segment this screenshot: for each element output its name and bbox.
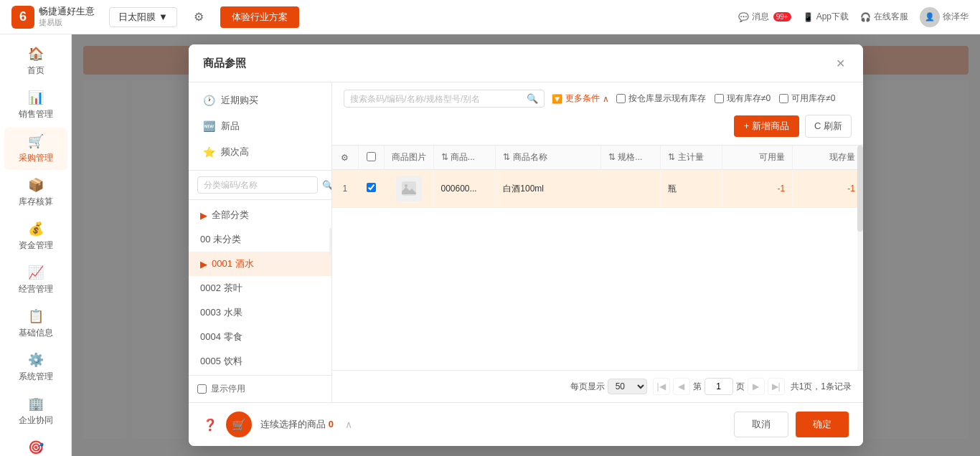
category-panel: 🕐 近期购买 🆕 新品 ⭐ 频次高 <box>189 82 332 402</box>
user-profile-btn[interactable]: 👤 徐泽华 <box>920 7 969 27</box>
filter-more-btn[interactable]: 🔽 更多条件 ∧ <box>552 92 609 105</box>
sidebar-item-finance[interactable]: 💰 资金管理 <box>4 215 67 257</box>
th-available[interactable]: 可用量 <box>722 146 793 170</box>
td-unit: 瓶 <box>661 170 722 208</box>
app-download-btn[interactable]: 📱 App下载 <box>803 11 849 23</box>
count-badge: 0 <box>329 419 334 429</box>
modal-overlay: 商品参照 ✕ 🕐 近期购买 🆕 <box>72 34 980 456</box>
prev-page-btn[interactable]: ◀ <box>673 378 690 395</box>
page-number-input[interactable] <box>705 378 733 395</box>
th-image: 商品图片 <box>384 146 433 170</box>
quick-nav-recent[interactable]: 🕐 近期购买 <box>197 90 323 111</box>
sidebar-item-home[interactable]: 🏠 首页 <box>4 40 67 82</box>
show-disabled-label[interactable]: 显示停用 <box>197 383 323 395</box>
arrow-icon-0001: ▶ <box>200 259 207 270</box>
th-code[interactable]: ⇅ 商品... <box>433 146 496 170</box>
category-list: ▶ 全部分类 00 未分类 ▶ 0001 酒水 0002 茶 <box>189 200 331 375</box>
row-checkbox[interactable] <box>367 183 376 192</box>
sidebar-item-sales[interactable]: 📊 销售管理 <box>4 84 67 126</box>
sort-icon-name: ⇅ <box>503 152 510 162</box>
filter-by-warehouse-label[interactable]: 按仓库显示现有库存 <box>616 92 706 105</box>
category-search-input[interactable] <box>197 176 318 194</box>
operations-icon: 📈 <box>28 265 44 280</box>
product-table-wrap: ⚙ 商品图片 <box>332 146 863 370</box>
filter-checkboxes: 按仓库显示现有库存 现有库存≠0 可用库存≠0 <box>616 92 836 105</box>
header-right: 💬 消息 99+ 📱 App下载 🎧 在线客服 👤 徐泽华 <box>738 7 969 27</box>
search-icon[interactable]: 🔍 <box>527 93 538 104</box>
footer-collapse-btn[interactable]: ∧ <box>345 419 352 430</box>
scrollbar-thumb[interactable] <box>857 146 863 232</box>
page-size-dropdown[interactable]: 10 20 50 100 <box>608 379 647 394</box>
sidebar-item-purchase[interactable]: 🛒 采购管理 <box>4 128 67 170</box>
sidebar-item-basic[interactable]: 📋 基础信息 <box>4 303 67 345</box>
th-name[interactable]: ⇅ 商品名称 <box>496 146 601 170</box>
product-panel: 🔍 🔽 更多条件 ∧ 按仓库显示现有库存 <box>332 82 863 402</box>
settings-icon-btn[interactable]: ⚙ <box>186 4 212 30</box>
svg-point-1 <box>405 184 407 187</box>
nav-dropdown[interactable]: 日太阳膜 ▼ <box>109 7 177 27</box>
messages-btn[interactable]: 💬 消息 99+ <box>738 11 791 23</box>
confirm-button[interactable]: 确定 <box>796 412 849 437</box>
sidebar-item-enterprise[interactable]: 🏢 企业协同 <box>4 390 67 432</box>
show-disabled-checkbox[interactable] <box>197 384 207 394</box>
th-unit[interactable]: ⇅ 主计量 <box>661 146 722 170</box>
cart-button[interactable]: 🛒 <box>226 412 252 437</box>
messages-badge: 99+ <box>773 12 791 22</box>
finance-icon: 💰 <box>28 221 44 237</box>
td-code: 000600... <box>433 170 496 208</box>
quick-nav-frequent[interactable]: ⭐ 频次高 <box>197 141 323 163</box>
filter-available-label[interactable]: 可用库存≠0 <box>779 92 835 105</box>
star-icon: ⭐ <box>203 146 215 158</box>
category-search-icon[interactable]: 🔍 <box>322 180 332 191</box>
headset-icon: 🎧 <box>860 12 871 22</box>
product-search-input[interactable] <box>350 94 522 104</box>
add-product-button[interactable]: + 新增商品 <box>734 115 799 137</box>
filter-existing-label[interactable]: 现有库存≠0 <box>715 92 771 105</box>
th-settings[interactable]: ⚙ <box>332 146 358 170</box>
td-image <box>384 170 433 208</box>
quick-nav-new[interactable]: 🆕 新品 <box>197 115 323 137</box>
td-check[interactable] <box>358 170 384 208</box>
total-info: 共1页，1条记录 <box>791 381 852 393</box>
cancel-button[interactable]: 取消 <box>734 412 788 437</box>
sidebar-item-inventory[interactable]: 📦 库存核算 <box>4 171 67 214</box>
toolbar-right: + 新增商品 C 刷新 <box>734 115 852 138</box>
category-bottom: 显示停用 <box>189 375 331 402</box>
trial-button[interactable]: 体验行业方案 <box>220 6 299 28</box>
first-page-btn[interactable]: |◀ <box>653 378 670 395</box>
select-all-checkbox[interactable] <box>367 152 376 161</box>
last-page-btn[interactable]: ▶| <box>768 378 785 395</box>
help-icon[interactable]: ❓ <box>203 418 217 432</box>
sidebar-item-system[interactable]: ⚙️ 系统管理 <box>4 346 67 389</box>
category-quick-nav: 🕐 近期购买 🆕 新品 ⭐ 频次高 <box>189 82 331 171</box>
category-item-00[interactable]: 00 未分类 <box>189 227 331 252</box>
sort-icon-spec: ⇅ <box>608 152 616 162</box>
next-page-btn[interactable]: ▶ <box>748 378 765 395</box>
basic-icon: 📋 <box>28 308 44 324</box>
category-item-0005[interactable]: 0005 饮料 <box>189 349 331 374</box>
sidebar-item-guide[interactable]: 🎯 新手引导 <box>4 434 67 456</box>
category-search-area: 🔍 <box>189 171 331 200</box>
category-item-0004[interactable]: 0004 零食 <box>189 325 331 349</box>
message-icon: 💬 <box>738 12 749 22</box>
table-settings-icon[interactable]: ⚙ <box>341 153 349 163</box>
mobile-icon: 📱 <box>803 12 814 22</box>
modal-close-button[interactable]: ✕ <box>831 54 849 72</box>
filter-by-warehouse-checkbox[interactable] <box>616 94 626 103</box>
th-stock[interactable]: 现存量 <box>793 146 863 170</box>
filter-available-checkbox[interactable] <box>779 94 788 103</box>
table-row[interactable]: 1 <box>332 170 863 208</box>
category-item-0001[interactable]: ▶ 0001 酒水 <box>189 252 331 276</box>
th-spec[interactable]: ⇅ 规格... <box>600 146 661 170</box>
category-item-all[interactable]: ▶ 全部分类 <box>189 203 331 227</box>
footer-buttons: 取消 确定 <box>734 412 849 437</box>
category-item-0003[interactable]: 0003 水果 <box>189 300 331 325</box>
online-service-btn[interactable]: 🎧 在线客服 <box>860 11 908 23</box>
scrollbar-track <box>857 146 863 370</box>
product-search-box: 🔍 <box>344 90 545 108</box>
content-area: 商品参照 ✕ 🕐 近期购买 🆕 <box>72 34 980 456</box>
refresh-button[interactable]: C 刷新 <box>805 115 852 138</box>
filter-existing-checkbox[interactable] <box>715 94 724 103</box>
sidebar-item-operations[interactable]: 📈 经营管理 <box>4 259 67 301</box>
category-item-0002[interactable]: 0002 茶叶 <box>189 276 331 300</box>
